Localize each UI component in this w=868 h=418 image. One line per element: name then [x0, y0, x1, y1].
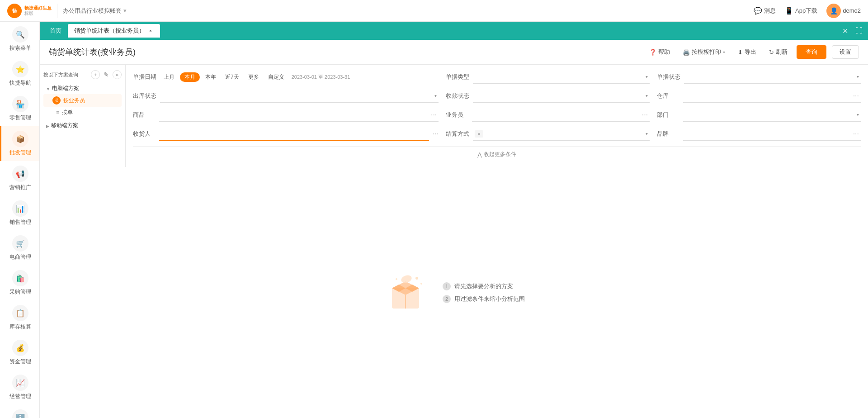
sidebar-item-ecommerce[interactable]: 🛒 电商管理	[0, 231, 39, 266]
goods-label: 商品	[133, 111, 156, 119]
date-this-year-btn[interactable]: 本年	[202, 72, 220, 82]
operations-icon: 📈	[12, 375, 28, 391]
doc-status-select[interactable]: ▾	[684, 70, 861, 84]
collapse-icon: ⋀	[477, 152, 482, 158]
sidebar-item-marketing[interactable]: 📢 营销推广	[0, 161, 39, 196]
maximize-tab-btn[interactable]: ⛶	[854, 25, 864, 37]
app-download-btn[interactable]: 📱 App下载	[785, 7, 817, 15]
settle-method-tag-close[interactable]: ×	[477, 131, 480, 137]
sidebar-item-search[interactable]: 🔍 搜索菜单	[0, 22, 39, 57]
breadcrumb: 办公用品行业模拟账套 ▾	[63, 7, 127, 15]
sidebar-item-inventory[interactable]: 📋 库存核算	[0, 300, 39, 335]
sidebar-item-basics[interactable]: ℹ️ 基础信息	[0, 405, 39, 418]
warehouse-field: 仓库 ···	[657, 89, 861, 103]
out-status-select[interactable]: ▾	[160, 89, 439, 103]
scheme-actions: + ✎ «	[91, 70, 122, 79]
dept-select[interactable]: ▾	[683, 108, 861, 122]
edit-scheme-btn[interactable]: ✎	[102, 70, 111, 79]
doc-type-select[interactable]: ▾	[473, 70, 650, 84]
print-btn[interactable]: 🖨️ 按模板打印 ▾	[679, 46, 729, 58]
message-icon: 💬	[754, 7, 762, 15]
sidebar-item-finance[interactable]: 💰 资金管理	[0, 335, 39, 370]
warehouse-dots-icon[interactable]: ···	[853, 92, 859, 100]
goods-field: 商品 ···	[133, 108, 439, 122]
scheme-sidebar: 按以下方案查询 + ✎ « 电脑端方案	[40, 65, 126, 167]
export-icon: ⬇	[738, 49, 743, 56]
tab-home[interactable]: 首页	[43, 24, 68, 38]
sidebar-item-purchase[interactable]: 🛍️ 采购管理	[0, 266, 39, 300]
settle-method-select[interactable]: × ▾	[473, 127, 650, 141]
page-header-actions: ❓ 帮助 🖨️ 按模板打印 ▾ ⬇ 导出 ↻ 刷新	[646, 45, 859, 59]
empty-state: 1 请先选择要分析的方案 2 用过滤条件来缩小分析范围	[40, 167, 868, 418]
sidebar-item-quick-nav[interactable]: ⭐ 快捷导航	[0, 57, 39, 91]
date-field: 单据日期 上月 本月 本年 近7天 更多 自定义 2023-03-01 至 20…	[133, 72, 439, 82]
sidebar-item-sales[interactable]: 📊 销售管理	[0, 196, 39, 231]
filter-row-3: 商品 ··· 业务员 ···	[133, 108, 861, 122]
scheme-group-pc: 电脑端方案 员 按业务员 ≡ 按单	[43, 83, 122, 118]
user-avatar-area[interactable]: 👤 demo2	[826, 4, 861, 18]
purchase-icon: 🛍️	[12, 270, 28, 286]
scheme-item-salesperson[interactable]: 员 按业务员	[43, 94, 122, 107]
date-7days-btn[interactable]: 近7天	[222, 72, 243, 82]
expand-icon	[46, 86, 50, 92]
brand-field: 品牌 ···	[657, 127, 861, 141]
out-status-chevron-icon: ▾	[434, 93, 437, 98]
warehouse-select[interactable]: ···	[683, 89, 861, 103]
search-icon: 🔍	[12, 26, 28, 43]
refresh-btn[interactable]: ↻ 刷新	[765, 46, 791, 58]
content-area: 首页 销货单统计表（按业务员） × ✕ ⛶ 销货单统计表(按业务员) ❓ 帮助	[40, 22, 868, 418]
empty-tip-2: 2 用过滤条件来缩小分析范围	[443, 295, 525, 303]
sidebar-item-operations[interactable]: 📈 经营管理	[0, 370, 39, 405]
scheme-group-pc-title[interactable]: 电脑端方案	[43, 83, 122, 94]
collapse-btn[interactable]: ⋀ 收起更多条件	[472, 149, 522, 160]
date-last-month-btn[interactable]: 上月	[160, 72, 178, 82]
logo-area: 畅 畅捷通好生意 标版	[7, 4, 52, 18]
query-btn[interactable]: 查询	[797, 45, 826, 59]
out-status-field: 出库状态 ▾	[133, 89, 439, 103]
date-more-btn[interactable]: 更多	[245, 72, 263, 82]
tab-close-btn[interactable]: ×	[147, 28, 154, 34]
tab-bar-actions: ✕ ⛶	[840, 25, 864, 37]
scheme-group-mobile: 移动端方案	[43, 120, 122, 131]
consignee-input[interactable]	[159, 127, 429, 141]
close-tab-btn[interactable]: ✕	[840, 25, 850, 37]
help-btn[interactable]: ❓ 帮助	[646, 46, 674, 58]
logo-text: 畅捷通好生意 标版	[24, 5, 52, 16]
header-left: 畅 畅捷通好生意 标版 办公用品行业模拟账套 ▾	[7, 4, 127, 18]
sales-icon: 📊	[12, 200, 28, 217]
page-content: 销货单统计表(按业务员) ❓ 帮助 🖨️ 按模板打印 ▾ ⬇ 导出	[40, 40, 868, 418]
sidebar-item-retail[interactable]: 🏪 零售管理	[0, 91, 39, 126]
goods-dots-icon[interactable]: ···	[431, 111, 437, 119]
dept-field: 部门 ▾	[657, 108, 861, 122]
doc-status-chevron-icon: ▾	[857, 74, 859, 79]
avatar: 👤	[826, 4, 841, 18]
top-header: 畅 畅捷通好生意 标版 办公用品行业模拟账套 ▾ 💬 消息 📱 App下载 👤 …	[0, 0, 868, 22]
goods-select[interactable]: ···	[159, 108, 439, 122]
message-btn[interactable]: 💬 消息	[754, 7, 776, 15]
salesperson-dots-icon[interactable]: ···	[642, 111, 648, 119]
salesperson-scheme-label: 按业务员	[63, 97, 85, 104]
date-this-month-btn[interactable]: 本月	[180, 72, 200, 82]
add-scheme-btn[interactable]: +	[91, 70, 100, 79]
brand-select[interactable]: ···	[683, 127, 861, 141]
sidebar-item-wholesale[interactable]: 📦 批发管理	[0, 126, 39, 161]
phone-icon: 📱	[785, 7, 793, 15]
tab-active[interactable]: 销货单统计表（按业务员） ×	[68, 24, 160, 38]
settings-btn[interactable]: 设置	[832, 45, 859, 59]
empty-illustration	[383, 270, 428, 315]
logo-icon: 畅	[7, 4, 22, 18]
doc-status-field: 单据状态 ▾	[657, 70, 861, 84]
brand-dots-icon[interactable]: ···	[853, 130, 859, 138]
consignee-dots-icon[interactable]: ···	[433, 130, 439, 138]
ecommerce-icon: 🛒	[12, 235, 28, 252]
scheme-item-order[interactable]: ≡ 按单	[43, 107, 122, 118]
export-btn[interactable]: ⬇ 导出	[734, 46, 760, 58]
salesperson-field: 业务员 ···	[446, 108, 650, 122]
salesperson-select[interactable]: ···	[472, 108, 650, 122]
scheme-group-mobile-title[interactable]: 移动端方案	[43, 120, 122, 131]
out-status-label: 出库状态	[133, 92, 156, 100]
doc-type-field: 单据类型 ▾	[446, 70, 650, 84]
collapse-scheme-btn[interactable]: «	[113, 70, 122, 79]
payment-status-select[interactable]: ▾	[473, 89, 650, 103]
date-custom-btn[interactable]: 自定义	[264, 72, 288, 82]
